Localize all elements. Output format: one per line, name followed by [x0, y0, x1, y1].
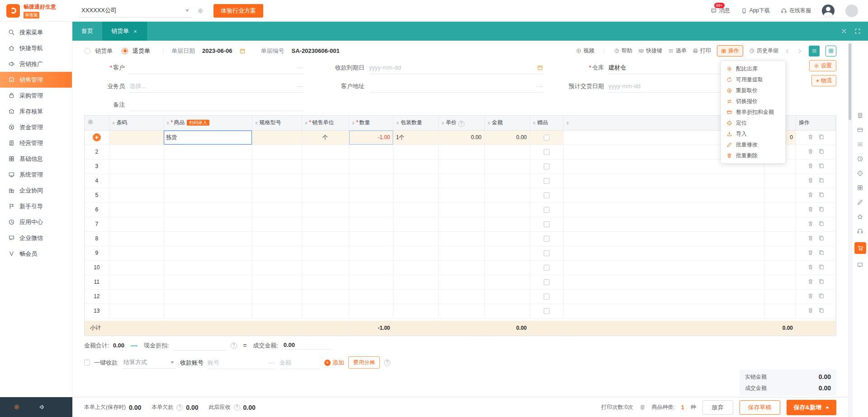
product-cell[interactable] [163, 217, 252, 231]
price-cell[interactable] [438, 202, 484, 217]
amount-cell[interactable] [484, 159, 530, 173]
help-icon[interactable] [384, 360, 390, 366]
favorite-star-icon[interactable] [857, 213, 863, 220]
qty-cell[interactable]: -1.00 [349, 130, 393, 145]
salesman-picker-icon[interactable] [297, 83, 304, 89]
qty-cell[interactable] [349, 260, 393, 275]
col-unit-header[interactable]: *销售单位 [302, 116, 349, 130]
product-cell[interactable] [163, 188, 252, 202]
col-price-header[interactable]: 单价 [438, 116, 484, 130]
unit-cell[interactable] [302, 304, 349, 318]
pack-qty-cell[interactable] [393, 173, 438, 188]
vertical-scrollbar[interactable] [848, 41, 852, 417]
product-cell[interactable] [163, 260, 252, 275]
product-cell[interactable] [163, 159, 252, 173]
sidebar-item-guide[interactable]: 新手引导 [0, 198, 72, 214]
spec-cell[interactable] [252, 130, 302, 145]
user-avatar[interactable] [822, 5, 835, 17]
col-gift-header[interactable]: 赠品 [530, 116, 563, 130]
menu-item-ratio-outbound[interactable]: 配比出库 [721, 63, 785, 74]
barcode-cell[interactable] [109, 159, 163, 173]
product-cell[interactable] [163, 202, 252, 217]
messages-button[interactable]: 99+ 消息 [711, 7, 730, 14]
return-order-radio-label[interactable]: 退货单 [133, 47, 150, 55]
unit-cell[interactable] [302, 145, 349, 159]
sidebar-item-system[interactable]: 系统管理 [0, 167, 72, 183]
product-cell[interactable] [163, 275, 252, 289]
price-cell[interactable]: 0.00 [438, 130, 484, 145]
sidebar-item-base-info[interactable]: 基础信息 [0, 151, 72, 167]
column-settings-icon[interactable] [87, 119, 94, 125]
copy-row-icon[interactable] [818, 177, 825, 183]
spec-cell[interactable] [252, 246, 302, 260]
qty-cell[interactable] [349, 173, 393, 188]
delete-row-icon[interactable] [807, 264, 814, 270]
gift-checkbox[interactable] [544, 135, 550, 141]
barcode-cell[interactable] [109, 202, 163, 217]
price-cell[interactable] [438, 188, 484, 202]
sort-icon[interactable] [112, 122, 115, 125]
pack-qty-cell[interactable] [393, 202, 438, 217]
amount-cell[interactable] [484, 173, 530, 188]
one-click-collect-checkbox[interactable] [84, 360, 90, 365]
list-view-toggle[interactable] [809, 46, 820, 56]
delete-row-icon[interactable] [807, 293, 814, 299]
due-date-input[interactable] [369, 64, 532, 71]
account-picker-icon[interactable] [268, 359, 275, 366]
scrollbar-thumb[interactable] [849, 43, 851, 120]
qty-cell[interactable] [349, 145, 393, 159]
gift-checkbox[interactable] [544, 279, 550, 285]
save-draft-button[interactable]: 保存草稿 [740, 400, 780, 415]
support-headset-icon[interactable] [857, 228, 863, 234]
unit-cell[interactable] [302, 159, 349, 173]
amount-cell[interactable] [484, 231, 530, 246]
qty-cell[interactable] [349, 246, 393, 260]
customer-picker-icon[interactable] [297, 65, 304, 71]
barcode-cell[interactable] [109, 260, 163, 275]
trial-plan-button[interactable]: 体验行业方案 [213, 4, 263, 18]
sort-icon[interactable] [441, 122, 444, 125]
sort-icon[interactable] [166, 122, 169, 125]
product-cell[interactable] [163, 246, 252, 260]
product-cell[interactable] [163, 145, 252, 159]
delete-row-icon[interactable] [807, 235, 814, 241]
menu-item-locate[interactable]: 定位 [721, 117, 785, 128]
amount-cell[interactable] [484, 304, 530, 318]
history-icon[interactable] [857, 155, 863, 162]
pack-qty-cell[interactable] [393, 159, 438, 173]
pack-qty-cell[interactable] [393, 246, 438, 260]
qty-cell[interactable] [349, 159, 393, 173]
qty-cell[interactable] [349, 217, 393, 231]
col-barcode-header[interactable]: 条码 [109, 116, 163, 130]
price-cell[interactable] [438, 231, 484, 246]
amount-cell[interactable]: 0.00 [484, 130, 530, 145]
price-cell[interactable] [438, 260, 484, 275]
barcode-cell[interactable] [109, 173, 163, 188]
sort-icon[interactable] [396, 122, 399, 125]
delete-row-icon[interactable] [807, 134, 814, 140]
gift-checkbox[interactable] [544, 207, 550, 213]
barcode-cell[interactable] [109, 289, 163, 304]
card-view-toggle[interactable] [825, 46, 836, 56]
col-spec-header[interactable]: 规格型号 [252, 116, 302, 130]
unit-cell[interactable] [302, 260, 349, 275]
add-row-button[interactable]: + [93, 133, 101, 141]
delete-row-icon[interactable] [807, 249, 814, 256]
product-cell[interactable] [163, 173, 252, 188]
menu-item-import[interactable]: 导入 [721, 128, 785, 139]
customer-input[interactable] [129, 64, 294, 71]
col-amount-header[interactable]: 金额 [484, 116, 530, 130]
save-and-new-button[interactable]: 保存&新增 [787, 400, 836, 415]
pack-qty-cell[interactable] [393, 289, 438, 304]
product-cell[interactable] [163, 231, 252, 246]
qty-cell[interactable] [349, 289, 393, 304]
qty-cell[interactable] [349, 304, 393, 318]
sidebar-item-quick-nav[interactable]: 快捷导航 [0, 40, 72, 56]
qty-cell[interactable] [349, 188, 393, 202]
delete-row-icon[interactable] [807, 192, 814, 198]
service-cart-button[interactable] [854, 242, 866, 254]
barcode-cell[interactable] [109, 130, 163, 145]
sidebar-item-sales[interactable]: 销售管理 [0, 72, 72, 88]
sidebar-item-search-menu[interactable]: 搜索菜单 [0, 24, 72, 40]
copy-row-icon[interactable] [818, 293, 825, 299]
